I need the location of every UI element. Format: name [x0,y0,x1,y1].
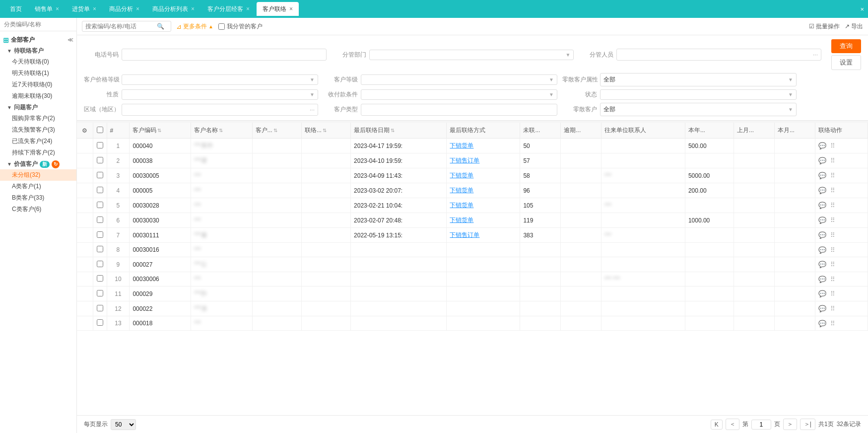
customer-tier-select[interactable]: ▼ [361,74,557,85]
contact-type-link[interactable]: 下销货单 [450,202,473,209]
contact-type-link[interactable]: 下销货单 [450,216,473,223]
close-all-tabs[interactable]: × [860,5,864,13]
page-number-input[interactable] [751,420,771,430]
action-more-icon[interactable]: ⠿ [830,305,835,312]
my-customers-checkbox[interactable]: 我分管的客户 [218,22,263,31]
row-checkbox[interactable] [97,216,103,223]
export-button[interactable]: ↗ 导出 [845,22,863,31]
action-message-icon[interactable]: 💬 [818,142,826,149]
cell-check[interactable] [93,316,107,331]
row-checkbox[interactable] [97,246,103,252]
cell-check[interactable] [93,198,107,213]
contact-type-link[interactable]: 下销货单 [450,142,473,149]
action-message-icon[interactable]: 💬 [818,187,826,194]
cell-check[interactable] [93,139,107,153]
select-all-checkbox[interactable] [97,127,103,133]
cell-check[interactable] [93,257,107,272]
action-message-icon[interactable]: 💬 [818,202,826,209]
cell-last-contact-type[interactable]: 下销货单 [447,168,520,183]
th-check[interactable] [93,123,107,139]
tab-sales[interactable]: 销售单 × [29,2,65,16]
row-checkbox[interactable] [97,142,103,148]
dept-select[interactable]: ▼ [369,50,574,60]
action-message-icon[interactable]: 💬 [818,290,826,297]
action-message-icon[interactable]: 💬 [818,276,826,283]
tab-purchase[interactable]: 进货单 × [66,2,102,16]
row-checkbox[interactable] [97,305,103,311]
region-input[interactable]: ··· [122,104,318,116]
sidebar-search-bar[interactable]: 🔍 [0,18,76,31]
sidebar-item-churn-warn[interactable]: 流失预警客户(3) [0,124,76,136]
th-last-contact-date[interactable]: 最后联络日期⇅ [351,123,447,139]
action-more-icon[interactable]: ⠿ [830,216,835,224]
cell-check[interactable] [93,272,107,287]
retail-select[interactable]: 全部 ▼ [600,103,797,116]
action-message-icon[interactable]: 💬 [818,216,826,224]
tab-product-analysis-close[interactable]: × [136,5,139,12]
cell-check[interactable] [93,168,107,183]
price-tier-select[interactable]: ▼ [122,74,318,85]
tab-customer-contact-close[interactable]: × [289,5,293,12]
th-last-contact-type[interactable]: 最后联络方式 [447,123,520,139]
cell-check[interactable] [93,243,107,257]
tab-customer-contact[interactable]: 客户联络 × [257,2,299,16]
sidebar-item-class-c[interactable]: C类客户(6) [0,204,76,215]
filter-search-box[interactable]: 🔍 [82,21,171,32]
last-page-button[interactable]: ＞| [800,419,815,430]
cell-last-contact-type[interactable]: 下销货单 [447,198,520,213]
manager-input[interactable]: ··· [616,49,821,61]
sidebar-item-overdue[interactable]: 逾期未联络(30) [0,90,76,102]
action-more-icon[interactable]: ⠿ [830,246,835,254]
status-select[interactable]: ▼ [600,89,797,100]
query-button[interactable]: 查询 [831,39,861,53]
contact-type-link[interactable]: 下销售订单 [450,157,479,164]
payment-select[interactable]: ▼ [361,89,557,100]
action-more-icon[interactable]: ⠿ [830,187,835,194]
my-customers-check[interactable] [218,23,225,30]
cell-check[interactable] [93,301,107,316]
action-message-icon[interactable]: 💬 [818,157,826,164]
sidebar-item-unclassified[interactable]: 未分组(32) [0,169,76,181]
action-message-icon[interactable]: 💬 [818,172,826,179]
row-checkbox[interactable] [97,261,103,267]
row-checkbox[interactable] [97,231,103,238]
sidebar-item-7days[interactable]: 近7天待联络(0) [0,79,76,90]
tab-product-list[interactable]: 商品分析列表 × [146,2,200,16]
sidebar-all-customers[interactable]: ⊞ 全部客户 ≪ [0,33,76,45]
row-checkbox[interactable] [97,290,103,296]
sidebar-item-class-b[interactable]: B类客户(33) [0,192,76,204]
filter-search-input[interactable] [85,23,155,30]
tab-product-list-close[interactable]: × [191,5,195,12]
th-contact[interactable]: 联络...⇅ [301,123,350,139]
cell-last-contact-type[interactable]: 下销货单 [447,213,520,228]
action-message-icon[interactable]: 💬 [818,231,826,239]
sidebar-item-today[interactable]: 今天待联络(0) [0,56,76,68]
cell-last-contact-type[interactable]: 下销货单 [447,139,520,153]
cell-check[interactable] [93,153,107,168]
tab-home[interactable]: 首页 [4,2,28,16]
per-page-select[interactable]: 50 100 200 [111,419,136,430]
cell-last-contact-type[interactable]: 下销售订单 [447,228,520,243]
action-more-icon[interactable]: ⠿ [830,261,835,268]
first-page-button[interactable]: K [711,420,723,430]
cell-last-contact-type[interactable]: 下销货单 [447,183,520,198]
sidebar-search-input[interactable] [4,21,77,28]
customer-type-input[interactable] [361,104,557,116]
row-checkbox[interactable] [97,275,103,282]
action-more-icon[interactable]: ⠿ [830,157,835,164]
row-checkbox[interactable] [97,187,103,193]
th-last-month[interactable]: 上月... [734,123,775,139]
tab-customer-tier-close[interactable]: × [246,5,250,12]
th-type[interactable]: 客户...⇅ [252,123,301,139]
filter-search-icon[interactable]: 🔍 [157,23,164,30]
cell-check[interactable] [93,213,107,228]
action-message-icon[interactable]: 💬 [818,305,826,312]
th-this-month[interactable]: 本月... [774,123,815,139]
th-no-contact[interactable]: 未联... [520,123,561,139]
filter-more-conditions[interactable]: ⊿ 更多条件 ▲ [176,22,213,31]
collapse-icon[interactable]: ≪ [67,37,73,43]
th-company-contact[interactable]: 往来单位联系人 [601,123,685,139]
row-checkbox[interactable] [97,172,103,178]
action-more-icon[interactable]: ⠿ [830,320,835,327]
sidebar-item-hoard[interactable]: 囤购异常客户(2) [0,113,76,124]
